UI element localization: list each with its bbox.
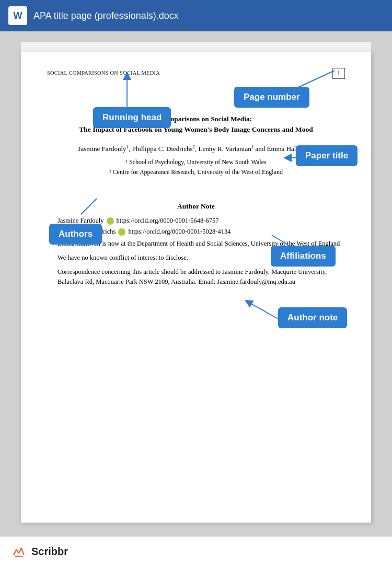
header-title: APA title page (professionals).docx	[33, 10, 179, 21]
orcid2-link: https://orcid.org/0000-0001-5028-4134	[128, 228, 230, 236]
doc-body: Social Comparisons on Social Media: The …	[47, 115, 345, 176]
main-area: SOCIAL COMPARISONS ON SOCIAL MEDIA 1 Soc…	[0, 31, 392, 536]
word-icon: W	[8, 6, 27, 25]
affiliation1-line: ¹ School of Psychology, University of Ne…	[47, 158, 345, 166]
svg-rect-6	[10, 543, 27, 560]
orcid2-name: Phillippa C. Diedrichs	[57, 228, 116, 236]
author-note-section: Author Note Jasmine Fardouly https://orc…	[47, 202, 345, 286]
scribbr-logo-icon	[10, 543, 27, 560]
orcid1-link: https://orcid.org/0000-0001-5648-6757	[117, 217, 219, 225]
doc-header-row: SOCIAL COMPARISONS ON SOCIAL MEDIA 1	[47, 68, 345, 84]
orcid1-name: Jasmine Fardouly	[57, 217, 104, 225]
orcid-icon-2	[118, 228, 125, 236]
author-note-title: Author Note	[47, 202, 345, 211]
authors-line: Jasmine Fardouly1, Phillippa C. Diedrich…	[47, 144, 345, 153]
orcid-line-1: Jasmine Fardouly https://orcid.org/0000-…	[47, 217, 345, 225]
paper-title-line2: The Impact of Facebook on Young Women's …	[47, 125, 345, 134]
note-paragraph-2: We have no known conflict of interest to…	[47, 253, 345, 263]
header-bar: W APA title page (professionals).docx	[0, 0, 392, 31]
note-paragraph-3: Correspondence concerning this article s…	[47, 267, 345, 287]
page-number-box: 1	[332, 68, 345, 79]
ruler	[21, 42, 371, 52]
orcid-icon-1	[107, 217, 114, 225]
document-page: SOCIAL COMPARISONS ON SOCIAL MEDIA 1 Soc…	[21, 52, 371, 523]
affiliation2-line: ² Centre for Appearance Research, Univer…	[47, 168, 345, 176]
scribbr-brand-name: Scribbr	[31, 546, 68, 558]
paper-title-line1: Social Comparisons on Social Media:	[47, 115, 345, 123]
running-head-text: SOCIAL COMPARISONS ON SOCIAL MEDIA	[47, 70, 160, 76]
orcid-line-2: Phillippa C. Diedrichs https://orcid.org…	[47, 228, 345, 236]
note-paragraph-1: Emma Halliwell is now at the Department …	[47, 239, 345, 249]
footer-bar: Scribbr	[0, 536, 392, 566]
